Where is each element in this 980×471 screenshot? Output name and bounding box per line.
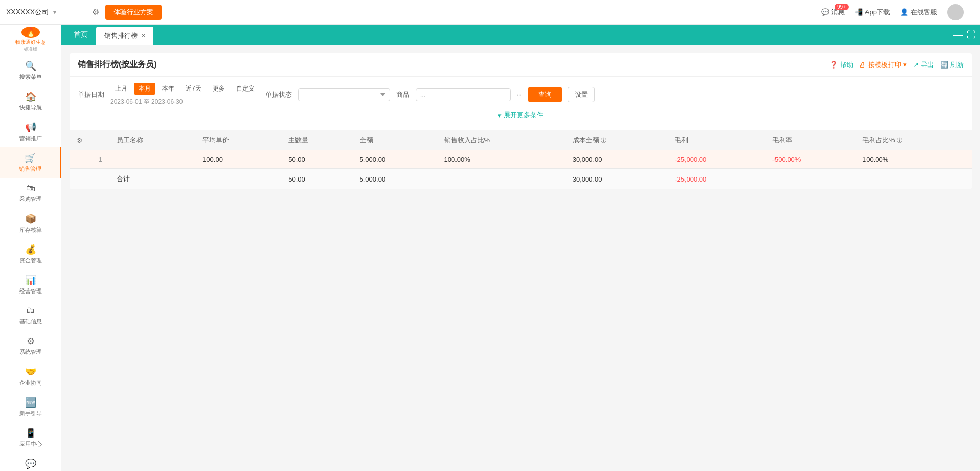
- refresh-label: 刷新: [950, 60, 964, 70]
- sidebar-item-inventory[interactable]: 📦 库存核算: [0, 208, 61, 239]
- company-selector[interactable]: XXXXXX公司 ▾: [6, 8, 88, 17]
- tab-sales-ranking[interactable]: 销售排行榜 ×: [96, 27, 153, 45]
- search-icon: 🔍: [25, 60, 36, 72]
- sidebar-item-marketing[interactable]: 📢 营销推广: [0, 117, 61, 147]
- date-tab-prev-month[interactable]: 上月: [110, 83, 132, 95]
- table-footer: 合计 50.00 5,000.00 30,000.00 -25,000.00: [70, 169, 972, 189]
- sidebar-logo: 🔥 畅康通好生意 标准版: [0, 25, 61, 55]
- sidebar-item-sales[interactable]: 🛒 销售管理: [0, 147, 61, 178]
- tab-label: 销售排行榜: [104, 31, 138, 40]
- sidebar-item-collab[interactable]: 🤝 企业协同: [0, 361, 61, 392]
- sidebar-item-label: 资金管理: [19, 257, 42, 264]
- footer-amount: 5,000.00: [354, 169, 438, 189]
- logo-title: 畅康通好生意: [15, 39, 46, 46]
- sidebar-item-purchase[interactable]: 🛍 采购管理: [0, 178, 61, 208]
- service-icon: 👤: [900, 8, 908, 16]
- tab-close-icon[interactable]: ×: [142, 32, 145, 39]
- operations-icon: 📊: [25, 275, 36, 286]
- date-tabs: 上月 本月 本年 近7天 更多 自定义: [110, 83, 259, 95]
- trial-button[interactable]: 体验行业方案: [105, 5, 162, 20]
- sales-icon: 🛒: [25, 152, 36, 164]
- sidebar-item-system[interactable]: ⚙ 系统管理: [0, 330, 61, 361]
- table-row: 1 100.00 50.00 5,000.00 100.00% 30,000.0…: [70, 150, 972, 169]
- system-icon: ⚙: [27, 335, 35, 347]
- online-service-btn[interactable]: 👤 在线客服: [900, 8, 937, 17]
- message-badge: 99+: [835, 4, 849, 10]
- print-label: 按模板打印: [868, 60, 901, 70]
- expand-icon: ▾: [498, 111, 502, 119]
- goods-label: 商品: [396, 90, 409, 99]
- date-tab-custom[interactable]: 自定义: [232, 83, 259, 95]
- footer-gross-rate: [766, 169, 856, 189]
- cell-gross-rate: -500.00%: [766, 150, 856, 169]
- col-gross-profit: 毛利: [669, 130, 766, 150]
- tab-collapse-icon[interactable]: —: [953, 30, 963, 40]
- goods-input[interactable]: [416, 88, 511, 101]
- chevron-down-icon: ▾: [53, 9, 56, 16]
- page-title: 销售排行榜(按业务员): [78, 59, 157, 70]
- date-tab-cur-year[interactable]: 本年: [157, 83, 179, 95]
- query-button[interactable]: 查询: [528, 87, 562, 102]
- print-template-button[interactable]: 🖨 按模板打印 ▾: [859, 60, 907, 70]
- export-button[interactable]: ↗ 导出: [913, 60, 934, 70]
- cell-sales-pct: 100.00%: [438, 150, 566, 169]
- tab-home[interactable]: 首页: [65, 25, 96, 45]
- guide-icon: 🆕: [25, 397, 36, 408]
- sidebar-item-basic[interactable]: 🗂 基础信息: [0, 300, 61, 330]
- date-tab-cur-month[interactable]: 本月: [134, 83, 155, 95]
- settings-small-button[interactable]: 设置: [568, 87, 595, 102]
- finance-icon: 💰: [25, 244, 36, 255]
- footer-gross-pct: [856, 169, 972, 189]
- print-chevron-icon: ▾: [903, 61, 907, 69]
- sidebar-item-wechat[interactable]: 💬 企业微信: [0, 453, 61, 471]
- status-select[interactable]: [298, 88, 390, 101]
- sidebar-item-search[interactable]: 🔍 搜索菜单: [0, 55, 61, 86]
- export-icon: ↗: [913, 61, 919, 69]
- sidebar-item-label: 经营管理: [19, 287, 42, 295]
- footer-sales-pct: [438, 169, 566, 189]
- basic-icon: 🗂: [26, 305, 35, 316]
- purchase-icon: 🛍: [26, 183, 35, 194]
- date-label: 单据日期: [78, 90, 104, 99]
- settings-icon[interactable]: ⚙: [92, 7, 99, 17]
- app-download-btn[interactable]: 📲 App下载: [855, 8, 890, 17]
- header-actions: ❓ 帮助 🖨 按模板打印 ▾ ↗ 导出 🔄: [830, 60, 964, 70]
- cell-cost-amount: 30,000.00: [566, 150, 669, 169]
- info-icon: ⓘ: [601, 137, 606, 143]
- page-header: 销售排行榜(按业务员) ❓ 帮助 🖨 按模板打印 ▾ ↗: [70, 53, 972, 77]
- col-settings[interactable]: ⚙: [70, 130, 90, 150]
- tab-expand-icon[interactable]: ⛶: [967, 30, 976, 40]
- col-sales-pct: 销售收入占比%: [438, 130, 566, 150]
- expand-filters-button[interactable]: ▾ 展开更多条件: [498, 110, 543, 120]
- marketing-icon: 📢: [25, 122, 36, 133]
- footer-empty2: [90, 169, 110, 189]
- more-filter-btn[interactable]: ···: [517, 91, 522, 98]
- sidebar-item-shortcut[interactable]: 🏠 快捷导航: [0, 86, 61, 117]
- sidebar-item-apps[interactable]: 📱 应用中心: [0, 422, 61, 453]
- cell-name: [110, 150, 196, 169]
- help-button[interactable]: ❓ 帮助: [830, 60, 853, 70]
- message-icon: 💬: [821, 8, 829, 16]
- sidebar-item-label: 应用中心: [19, 440, 42, 448]
- data-table: ⚙ 员工名称 平均单价 主数量 全额 销售收入占比% 成本全额 ⓘ 毛利 毛利率: [70, 130, 972, 189]
- cell-settings: [70, 150, 90, 169]
- sidebar-item-label: 库存核算: [19, 226, 42, 234]
- export-label: 导出: [921, 60, 934, 70]
- home-icon: 🏠: [25, 91, 36, 102]
- sidebar-item-guide[interactable]: 🆕 新手引导: [0, 392, 61, 422]
- footer-cost-amount: 30,000.00: [566, 169, 669, 189]
- date-tab-7days[interactable]: 近7天: [181, 83, 206, 95]
- sidebar-item-finance[interactable]: 💰 资金管理: [0, 239, 61, 270]
- avatar[interactable]: [947, 4, 964, 20]
- online-service-label: 在线客服: [910, 8, 937, 17]
- sidebar-item-operations[interactable]: 📊 经营管理: [0, 270, 61, 300]
- refresh-icon: 🔄: [940, 61, 948, 69]
- footer-qty: 50.00: [282, 169, 353, 189]
- refresh-button[interactable]: 🔄 刷新: [940, 60, 964, 70]
- col-gross-rate: 毛利率: [766, 130, 856, 150]
- tabs-bar: 首页 销售排行榜 × — ⛶: [61, 25, 980, 45]
- message-area[interactable]: 💬 消息 99+: [821, 8, 845, 17]
- date-tab-more[interactable]: 更多: [208, 83, 230, 95]
- col-cost-amount: 成本全额 ⓘ: [566, 130, 669, 150]
- cell-gross-pct: 100.00%: [856, 150, 972, 169]
